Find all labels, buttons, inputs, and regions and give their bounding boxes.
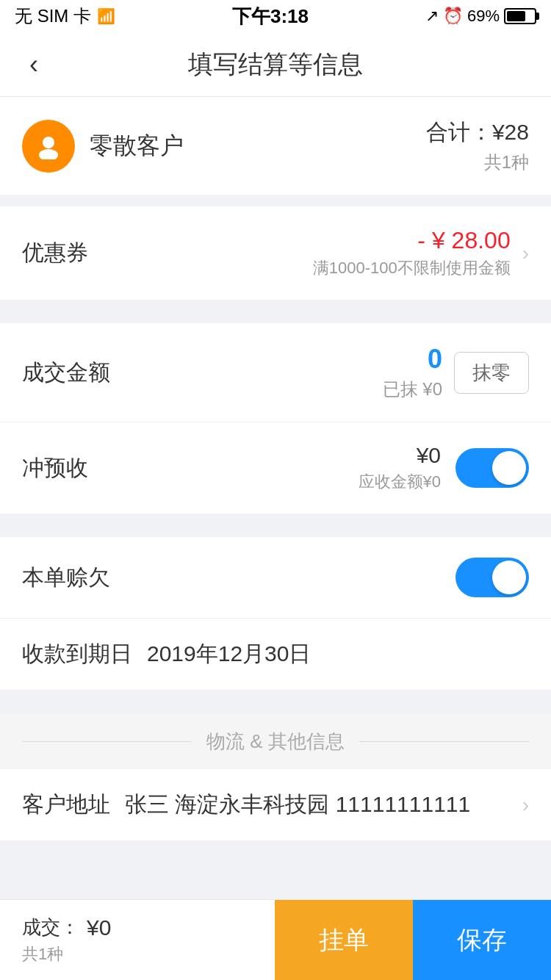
address-section: 客户地址 张三 海淀永丰科技园 11111111111 ›: [0, 769, 551, 840]
alarm-icon: ⏰: [443, 7, 463, 26]
coupon-detail: - ¥ 28.00 满1000-100不限制使用金额: [313, 227, 511, 279]
toggle-knob: [492, 451, 526, 485]
deal-amount-section: 成交金额 0 已抹 ¥0 抹零 冲预收 ¥0 应收金额¥0: [0, 323, 551, 514]
pre-collect-amounts: ¥0 应收金额¥0: [359, 443, 441, 493]
coupon-right: - ¥ 28.00 满1000-100不限制使用金额 ›: [313, 227, 529, 279]
credit-label: 本单赊欠: [22, 563, 110, 593]
due-date-label: 收款到期日: [22, 639, 132, 669]
nav-bar: ‹ 填写结算等信息: [0, 32, 551, 97]
pre-collect-row: 冲预收 ¥0 应收金额¥0: [0, 422, 551, 514]
bottom-count: 共1种: [22, 943, 253, 965]
pre-collect-sub: 应收金额¥0: [359, 471, 441, 493]
address-value: 张三 海淀永丰科技园 11111111111: [125, 790, 470, 820]
wifi-icon: 📶: [97, 7, 115, 25]
svg-point-0: [43, 137, 54, 148]
logistics-label: 物流 & 其他信息: [206, 729, 345, 754]
customer-totals: 合计：¥28 共1种: [426, 118, 529, 174]
coupon-row[interactable]: 优惠券 - ¥ 28.00 满1000-100不限制使用金额 ›: [0, 206, 551, 300]
deal-amount-right: 0 已抹 ¥0 抹零: [383, 344, 529, 401]
bottom-deal-label: 成交：: [22, 915, 79, 940]
address-left: 客户地址 张三 海淀永丰科技园 11111111111: [22, 790, 470, 820]
status-left: 无 SIM 卡 📶: [15, 4, 115, 28]
coupon-section: 优惠券 - ¥ 28.00 满1000-100不限制使用金额 ›: [0, 206, 551, 300]
bottom-summary: 成交： ¥0 共1种: [0, 900, 275, 980]
separator-1: [0, 311, 551, 323]
deal-amount-label: 成交金额: [22, 358, 110, 388]
status-bar: 无 SIM 卡 📶 下午3:18 ↗ ⏰ 69%: [0, 0, 551, 32]
separator-2: [0, 525, 551, 537]
total-count: 共1种: [426, 151, 529, 174]
credit-toggle[interactable]: [455, 558, 529, 597]
bottom-deal-row: 成交： ¥0: [22, 915, 253, 940]
pre-collect-amount: ¥0: [359, 443, 441, 468]
status-right: ↗ ⏰ 69%: [425, 7, 536, 26]
due-date-value: 2019年12月30日: [147, 639, 311, 669]
pre-collect-toggle[interactable]: [455, 448, 529, 488]
page-title: 填写结算等信息: [188, 48, 363, 82]
deal-amount-detail: 0 已抹 ¥0: [383, 344, 442, 401]
main-content: 零散客户 合计：¥28 共1种 优惠券 - ¥ 28.00 满1000-100不…: [0, 97, 551, 980]
credit-row: 本单赊欠: [0, 537, 551, 619]
credit-right: [455, 558, 529, 597]
address-row[interactable]: 客户地址 张三 海淀永丰科技园 11111111111 ›: [0, 769, 551, 840]
coupon-chevron-icon: ›: [522, 242, 529, 265]
deal-amount-row: 成交金额 0 已抹 ¥0 抹零: [0, 323, 551, 422]
back-button[interactable]: ‹: [22, 42, 46, 87]
logistics-header: 物流 & 其他信息: [0, 714, 551, 769]
logistics-line-left: [22, 741, 192, 742]
coupon-label: 优惠券: [22, 238, 88, 268]
coupon-amount: - ¥ 28.00: [313, 227, 511, 254]
customer-name: 零散客户: [90, 130, 184, 162]
battery-icon: [504, 8, 536, 24]
logistics-line-right: [359, 741, 529, 742]
bottom-bar: 成交： ¥0 共1种 挂单 保存: [0, 899, 551, 980]
credit-section: 本单赊欠 收款到期日 2019年12月30日: [0, 537, 551, 691]
save-button[interactable]: 保存: [413, 900, 551, 980]
status-time: 下午3:18: [232, 4, 309, 29]
sim-label: 无 SIM 卡: [15, 4, 91, 28]
deal-amount-sub: 已抹 ¥0: [383, 378, 442, 401]
battery-percent: 69%: [467, 7, 500, 26]
deal-amount-value: 0: [383, 344, 442, 375]
pre-collect-label: 冲预收: [22, 453, 88, 483]
hang-button[interactable]: 挂单: [275, 900, 413, 980]
credit-toggle-knob: [492, 561, 526, 594]
svg-point-1: [39, 149, 58, 159]
location-icon: ↗: [425, 7, 439, 26]
bottom-deal-amount: ¥0: [87, 915, 111, 940]
customer-info: 零散客户: [22, 120, 184, 173]
total-amount: 合计：¥28: [426, 118, 529, 148]
round-off-button[interactable]: 抹零: [454, 352, 529, 394]
due-date-row: 收款到期日 2019年12月30日: [0, 619, 551, 691]
avatar: [22, 120, 75, 173]
separator-3: [0, 702, 551, 714]
pre-collect-right: ¥0 应收金额¥0: [359, 443, 529, 493]
customer-row: 零散客户 合计：¥28 共1种: [0, 97, 551, 195]
address-chevron-icon: ›: [522, 793, 529, 817]
coupon-desc: 满1000-100不限制使用金额: [313, 257, 511, 279]
address-label: 客户地址: [22, 790, 110, 820]
